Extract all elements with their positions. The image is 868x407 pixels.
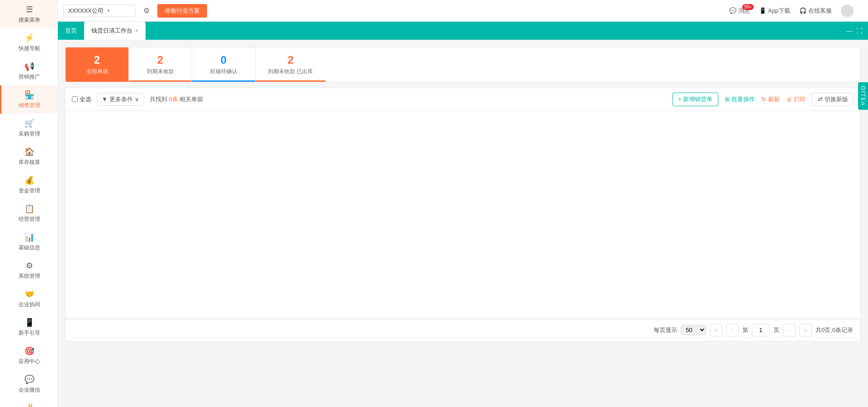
stat-overdue-unshipped-underline (255, 80, 326, 82)
sidebar-item-app-center[interactable]: 🎯 应用中心 (0, 342, 57, 370)
sidebar-item-quick-nav-label: 快捷导航 (19, 45, 40, 52)
print-label: 打印 (794, 95, 806, 103)
member-icon: ✌ (24, 403, 34, 407)
per-page-label: 每页显示 (654, 326, 677, 334)
sidebar-item-purchase[interactable]: 🛒 采购管理 (0, 114, 57, 142)
first-page-button[interactable]: « (710, 324, 722, 337)
select-all-checkbox[interactable]: 全选 (72, 95, 91, 103)
message-button[interactable]: 💬 消息 99+ (729, 7, 750, 15)
app-download-label: App下载 (768, 7, 790, 15)
finance-icon: 💰 (24, 175, 34, 185)
stat-overdue-unshipped-number: 2 (268, 54, 313, 67)
filter-button[interactable]: ▼ 更多条件 ∨ (97, 93, 144, 106)
collab-icon: 🤝 (24, 289, 34, 299)
online-service-button[interactable]: 🎧 在线客服 (799, 7, 832, 15)
stat-all-label: 全部单据 (78, 68, 116, 75)
print-icon: 🖨 (786, 96, 792, 103)
stat-overdue-unpaid[interactable]: 2 到期未收款 (129, 47, 192, 82)
top-header: 6 畅捷通好生意 标准版 XXXXXX公司 ▼ ⚙ 体验行业方案 💬 消息 99… (0, 0, 868, 22)
sidebar-item-marketing-label: 营销推广 (19, 73, 40, 81)
next-page-button[interactable]: › (783, 324, 796, 337)
batch-icon: ⊞ (725, 96, 730, 103)
select-all-input[interactable] (72, 96, 78, 102)
app-center-icon: 🎯 (24, 346, 34, 356)
toolbar-right: + 新增销货单 ⊞ 批量操作 ↻ 刷新 🖨 打印 ⇄ 切换新版 (672, 93, 854, 106)
add-sales-order-button[interactable]: + 新增销货单 (672, 93, 718, 106)
stats-row: 2 全部单据 2 到期未收款 0 旺辅待确认 2 到期未收款 已出库 (65, 47, 861, 82)
print-button[interactable]: 🖨 打印 (786, 95, 806, 103)
sidebar-item-operations[interactable]: 📋 经营管理 (0, 199, 57, 228)
stat-overdue-unpaid-number: 2 (142, 54, 179, 67)
message-icon: 💬 (729, 7, 736, 14)
purchase-icon: 🛒 (24, 118, 34, 128)
company-dropdown-arrow: ▼ (106, 8, 111, 13)
toolbar-left: 全选 ▼ 更多条件 ∨ 共找到 0条 相关单据 (72, 93, 667, 106)
batch-operation-button[interactable]: ⊞ 批量操作 (725, 95, 755, 103)
online-service-icon: 🎧 (799, 7, 807, 14)
stat-all[interactable]: 2 全部单据 (66, 47, 129, 82)
sidebar-item-marketing[interactable]: 📢 营销推广 (0, 57, 57, 85)
app-download-button[interactable]: 📱 App下载 (759, 7, 790, 15)
empty-area (66, 111, 860, 292)
sidebar-item-system-label: 系统管理 (19, 272, 40, 280)
refresh-button[interactable]: ↻ 刷新 (761, 95, 780, 103)
sidebar-item-wechat-label: 企业微信 (19, 386, 40, 394)
maximize-button[interactable]: ⛶ (856, 27, 863, 34)
sidebar-item-collab[interactable]: 🤝 企业协同 (0, 285, 57, 313)
total-label: 共0页,0条记录 (816, 326, 853, 334)
refresh-icon: ↻ (761, 96, 766, 103)
stat-overdue-unshipped-label: 到期未收款 已出库 (268, 68, 313, 75)
sidebar-item-wechat[interactable]: 💬 企业微信 (0, 370, 57, 398)
operations-icon: 📋 (24, 204, 34, 214)
pagination: 每页显示 50 10 20 100 « ‹ 第 页 › » 共0页,0条记录 (65, 319, 861, 342)
often-badge[interactable]: OfTEn (858, 82, 868, 110)
sidebar-item-basic-info-label: 基础信息 (19, 244, 40, 252)
stat-overdue-unshipped[interactable]: 2 到期未收款 已出库 (255, 47, 326, 82)
per-page-select[interactable]: 50 10 20 100 (681, 325, 706, 335)
sidebar-item-operations-label: 经营管理 (19, 215, 40, 223)
sidebar-item-sales[interactable]: 🏪 销售管理 (0, 85, 57, 114)
sidebar-item-guide[interactable]: 📱 新手引导 (0, 313, 57, 342)
sidebar-item-purchase-label: 采购管理 (19, 130, 40, 138)
filter-arrow-icon: ∨ (135, 96, 139, 103)
sidebar-item-member[interactable]: ✌ 畅会员 (0, 398, 57, 407)
wechat-icon: 💬 (24, 374, 34, 384)
tab-workbench[interactable]: 钱货日清工作台 × (84, 22, 146, 40)
company-name: XXXXXX公司 (68, 7, 104, 15)
minimize-button[interactable]: — (846, 27, 853, 34)
avatar[interactable] (841, 5, 854, 17)
filter-icon: ▼ (102, 96, 108, 103)
last-page-button[interactable]: » (799, 324, 812, 337)
sidebar: ☰ 搜索菜单 ⚡ 快捷导航 📢 营销推广 🏪 销售管理 🛒 采购管理 🏠 库存核… (0, 0, 58, 407)
stat-pending-confirm[interactable]: 0 旺辅待确认 (192, 47, 255, 82)
settings-button[interactable]: ⚙ (139, 4, 154, 18)
sidebar-item-search[interactable]: ☰ 搜索菜单 (0, 0, 57, 28)
found-count: 0条 (169, 96, 178, 103)
batch-label: 批量操作 (731, 95, 755, 103)
sidebar-item-inventory[interactable]: 🏠 库存核算 (0, 142, 57, 171)
page-input[interactable] (752, 324, 770, 337)
trial-button[interactable]: 体验行业方案 (157, 4, 207, 18)
sidebar-item-finance[interactable]: 💰 资金管理 (0, 171, 57, 199)
main-content: 2 全部单据 2 到期未收款 0 旺辅待确认 2 到期未收款 已出库 全选 ▼ (58, 40, 868, 407)
sidebar-item-system[interactable]: ⚙ 系统管理 (0, 256, 57, 285)
inventory-icon: 🏠 (24, 147, 34, 157)
switch-version-button[interactable]: ⇄ 切换新版 (812, 93, 854, 106)
sidebar-item-quick-nav[interactable]: ⚡ 快捷导航 (0, 28, 57, 57)
company-selector[interactable]: XXXXXX公司 ▼ (63, 5, 136, 17)
tab-home-label: 首页 (65, 27, 77, 35)
sidebar-item-basic-info[interactable]: 📊 基础信息 (0, 228, 57, 256)
found-suffix: 相关单据 (179, 96, 203, 103)
stat-pending-confirm-number: 0 (205, 54, 242, 67)
prev-page-button[interactable]: ‹ (726, 324, 739, 337)
select-all-label: 全选 (80, 95, 91, 103)
page-label-2: 页 (774, 326, 779, 334)
basic-info-icon: 📊 (24, 232, 34, 242)
message-badge: 99+ (742, 4, 754, 10)
page-label: 第 (742, 326, 748, 334)
app-download-icon: 📱 (759, 7, 766, 14)
sales-icon: 🏪 (24, 90, 34, 100)
sidebar-item-guide-label: 新手引导 (19, 329, 40, 337)
tab-home[interactable]: 首页 (58, 22, 84, 40)
tab-workbench-close[interactable]: × (135, 28, 138, 34)
